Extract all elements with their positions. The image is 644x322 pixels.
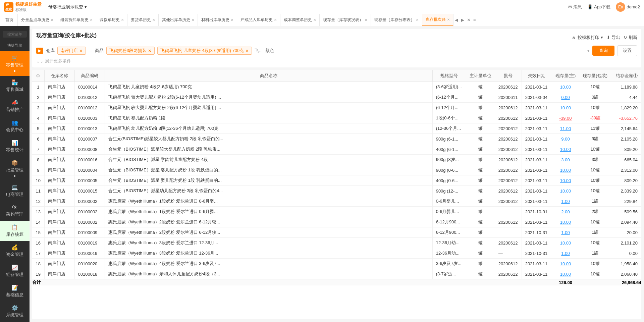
remove-tag-icon[interactable]: ✕ (245, 48, 249, 53)
tab-disassemble[interactable]: 组装拆卸单历史 ✕ (57, 14, 96, 26)
remove-tag-icon[interactable]: ✕ (148, 48, 152, 53)
close-icon[interactable]: ✕ (152, 18, 155, 22)
cell-batch: 20200612 (495, 82, 522, 92)
cell-name: 合生元（BIOSTIME）派星 学龄前儿童配方奶粉 4段 (105, 155, 432, 165)
close-icon[interactable]: ✕ (313, 18, 316, 22)
close-icon[interactable]: ✕ (51, 18, 53, 22)
cell-stock2: -39罐 (579, 113, 611, 123)
cell-stock1[interactable]: 10.00 (552, 259, 579, 269)
tab-batch-ledger[interactable]: 库存批次账 ✕ (422, 14, 453, 26)
sidebar-item-finance[interactable]: 💰 资金管理 (0, 241, 30, 261)
cell-batch: 20200612 (495, 269, 522, 279)
cell-stock1[interactable]: 11.00 (552, 123, 579, 134)
tab-prev-btn[interactable]: ◀ (453, 17, 460, 22)
cell-stock1[interactable]: 1.00 (552, 248, 579, 259)
sidebar-item-basic[interactable]: 📝 基础信息 (0, 281, 30, 301)
tab-stock-status[interactable]: 现存量（库存状况表）✕ (320, 14, 371, 26)
gear-icon[interactable]: ⚙ (36, 73, 40, 78)
product-tag-2[interactable]: 飞鹤星飞帆 儿童奶粉 4段(3-6岁适用) 700克 ✕ (157, 47, 252, 55)
cell-stock1[interactable]: 0.00 (552, 92, 579, 103)
sidebar-item-system[interactable]: ⚙️ 系统管理 (0, 301, 30, 321)
cell-stock1[interactable]: 10.00 (552, 186, 579, 196)
cell-code: 00100018 (74, 269, 105, 279)
search-input[interactable] (3, 31, 27, 38)
cell-stock1[interactable]: 10.00 (552, 165, 579, 175)
tab-cost-adjust[interactable]: 成本调整单历史 ✕ (280, 14, 320, 26)
expand-icon[interactable]: ▶ (36, 48, 43, 54)
setting-button[interactable]: 设置 (617, 45, 637, 56)
cell-stock1[interactable]: 10.00 (552, 238, 579, 248)
cell-stock1[interactable]: 10.00 (552, 82, 579, 92)
close-icon[interactable]: ✕ (447, 18, 450, 21)
sidebar-item-stats[interactable]: 📊 零售统计 (0, 136, 30, 156)
cell-unit: 罐 (466, 134, 495, 144)
cell-balance: 2,312.00 (611, 165, 641, 175)
sidebar-item-inventory[interactable]: 📋 库存核算 (0, 221, 30, 241)
cell-stock1[interactable]: 3.00 (552, 155, 579, 165)
cell-code: 00100012 (74, 103, 105, 113)
tab-requisition[interactable]: 要货单历史 ✕ (127, 14, 159, 26)
user-avatar[interactable]: Ea demo2 (616, 2, 640, 12)
data-table: ⚙ 仓库名称 商品编码 商品名称 规格型号 主计量单位 批号 失效日期 现存量(… (32, 70, 641, 285)
sidebar-item-member[interactable]: 👥 会员中心 (0, 116, 30, 136)
cell-stock1[interactable]: 10.00 (552, 217, 579, 227)
close-icon[interactable]: ✕ (365, 18, 367, 22)
tab-product-in[interactable]: 产成品入库单历史 ✕ (237, 14, 280, 26)
print-btn[interactable]: 🖨 按模板打印 ▾ (572, 35, 603, 41)
expand-toggle[interactable]: ▶ (36, 48, 43, 54)
query-button[interactable]: 查询 (592, 46, 614, 56)
close-icon[interactable]: ✕ (90, 18, 93, 22)
cell-stock1[interactable]: 1.00 (552, 196, 579, 207)
tab-close-all-btn[interactable]: ✕ (466, 17, 472, 22)
sidebar-item-wholesale[interactable]: 📦 批发管理 ▶ (0, 156, 30, 181)
top-right: ✉ 消息 📱 App下载 Ea demo2 (568, 2, 640, 12)
chevron-down-icon: ▾ (85, 4, 87, 9)
cell-stock1[interactable]: 10.00 (552, 103, 579, 113)
cell-stock1[interactable]: 1.00 (552, 227, 579, 238)
sidebar-item-ecommerce[interactable]: 💻 电商管理 (0, 181, 30, 201)
tab-next-btn[interactable]: ▶ (460, 17, 466, 22)
close-icon[interactable]: ✕ (121, 18, 124, 22)
message-btn[interactable]: ✉ 消息 (568, 4, 582, 10)
cell-code: 00100015 (74, 186, 105, 196)
sidebar-item-shop[interactable]: 🏪 零售商城 (0, 76, 30, 96)
cell-stock1[interactable]: 9.00 (552, 134, 579, 144)
close-icon[interactable]: ✕ (274, 18, 277, 22)
cell-stock1[interactable]: 10.00 (552, 269, 579, 279)
warehouse-tag[interactable]: 南岸门店 ✕ (57, 47, 86, 55)
org-selector[interactable]: 母婴行业演示账套 ▾ (48, 4, 87, 10)
cell-stock2: 10罐 (579, 238, 611, 248)
finance-icon: 💰 (11, 244, 18, 251)
expand-conditions-btn[interactable]: ⌄⌄ 展开更多条件 (36, 58, 637, 64)
tab-split[interactable]: 分量盘点单历史 ✕ (18, 14, 57, 26)
cell-stock1[interactable]: -39.00 (552, 113, 579, 123)
tab-other-out[interactable]: 其他出库单历史 ✕ (159, 14, 198, 26)
close-icon[interactable]: ✕ (192, 18, 194, 22)
cell-stock1[interactable]: 10.00 (552, 175, 579, 186)
color-dropdown-icon[interactable]: ▾ (587, 48, 590, 53)
refresh-btn[interactable]: ↻ 刷新 (624, 35, 637, 41)
cell-idx: 2 (32, 92, 44, 103)
close-icon[interactable]: ✕ (231, 18, 233, 22)
app-download-btn[interactable]: 📱 App下载 (587, 4, 610, 10)
tab-menu-btn[interactable]: ≡ (472, 17, 477, 22)
cell-idx: 8 (32, 155, 44, 165)
close-icon[interactable]: ✕ (416, 18, 419, 22)
cell-batch: 20200612 (495, 259, 522, 269)
sidebar-item-purchase[interactable]: 🛍 采购管理 (0, 201, 30, 221)
sidebar-item-marketing[interactable]: 📣 营销推广 (0, 96, 30, 116)
cell-stock1[interactable]: 10.00 (552, 144, 579, 155)
remove-tag-icon[interactable]: ✕ (79, 48, 83, 53)
table-row: 18 南岸门店 00100020 惠氏启蒙（Wyeth illuma）4段奶粉 … (32, 259, 641, 269)
tab-stock-dist[interactable]: 现存量（库存分布表）✕ (371, 14, 422, 26)
cell-unit: 罐 (466, 123, 495, 134)
tab-material-out[interactable]: 材料出库单历史 ✕ (198, 14, 237, 26)
sidebar-item-retail[interactable]: 🛒 零售管理 ▶ (0, 51, 30, 76)
cell-stock1[interactable]: 2.00 (552, 207, 579, 217)
sidebar-item-business[interactable]: 📈 经营管理 (0, 261, 30, 281)
tab-transfer[interactable]: 调拨单历史 ✕ (96, 14, 127, 26)
product-tag-1[interactable]: 飞鹤奶粉3段两提装 ✕ (106, 47, 155, 55)
th-name: 商品名称 (105, 70, 432, 82)
tab-home[interactable]: 首页 (1, 14, 18, 26)
export-btn[interactable]: ⬇ 导出 (606, 35, 620, 41)
